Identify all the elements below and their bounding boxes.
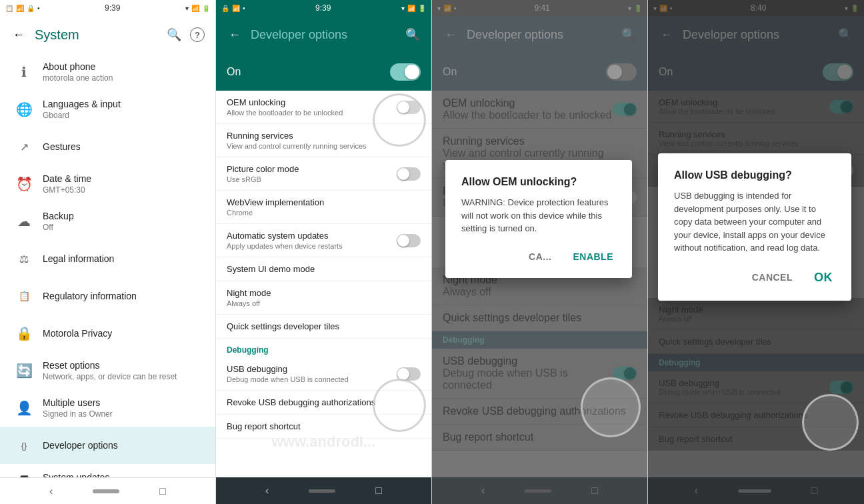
settings-list: ℹ About phone motorola one action 🌐 Lang… [0, 53, 215, 477]
recent-nav-left[interactable]: □ [159, 485, 166, 497]
oem-dialog-title: Allow OEM unlocking? [445, 176, 632, 196]
oem-title-mid: OEM unlocking [227, 97, 343, 107]
search-button-left[interactable]: 🔍 [166, 27, 182, 43]
settings-item-reset[interactable]: 🔄 Reset options Network, apps, or device… [0, 352, 215, 389]
auto-toggle-mid[interactable] [397, 234, 421, 247]
regulatory-title: Regulatory information [43, 291, 205, 301]
legal-icon: ⚖ [11, 253, 37, 265]
dev-item-usb-mid[interactable]: USB debugging Debug mode when USB is con… [216, 357, 431, 391]
nav-bar-left: ‹ □ [0, 477, 215, 504]
usb-dialog-actions: Cancel OK [658, 265, 851, 295]
debugging-label-mid: Debugging [216, 339, 431, 357]
language-icon: 🌐 [11, 101, 37, 117]
settings-item-developer[interactable]: {} Developer options [0, 427, 215, 464]
dev-item-uidemo-mid[interactable]: System UI demo mode [216, 257, 431, 281]
recent-nav-mid[interactable]: □ [375, 485, 382, 497]
dev-item-webview-mid[interactable]: WebView implementation Chrome [216, 191, 431, 224]
back-nav-mid[interactable]: ‹ [265, 485, 269, 497]
back-button-left[interactable]: ← [11, 27, 27, 43]
left-status-icons: 📋 📶 🔒 • [5, 5, 40, 12]
night-title-mid: Night mode [227, 288, 421, 298]
oem-dialog: Allow OEM unlocking? WARNING: Device pro… [445, 160, 632, 278]
color-toggle-mid[interactable] [397, 167, 421, 181]
users-subtitle: Signed in as Owner [43, 409, 205, 419]
running-title-mid: Running services [227, 131, 421, 141]
help-button-left[interactable]: ? [190, 27, 205, 42]
oem-dialog-actions: Ca... Enable [445, 246, 632, 273]
dev-item-oem-mid[interactable]: OEM unlocking Allow the bootloader to be… [216, 91, 431, 124]
bugreport-title-mid: Bug report shortcut [227, 421, 421, 431]
oem-toggle-mid[interactable] [397, 101, 421, 114]
signal-icon-mid: 📶 [407, 5, 415, 12]
privacy-title: Motorola Privacy [43, 328, 205, 339]
dev-item-color-mid[interactable]: Picture color mode Use sRGB [216, 157, 431, 191]
mid-right-status: ▾ 📶 🔋 [401, 5, 426, 12]
dev-item-running-mid[interactable]: Running services View and control curren… [216, 124, 431, 157]
settings-item-language[interactable]: 🌐 Languages & input Gboard [0, 91, 215, 128]
settings-item-updates[interactable]: 📱 System updates Updated to Android 9 [0, 464, 215, 477]
settings-item-datetime[interactable]: ⏰ Date & time GMT+05:30 [0, 165, 215, 203]
legal-title: Legal information [43, 253, 205, 264]
backup-subtitle: Off [43, 223, 205, 232]
signal-icon: 📶 [191, 5, 199, 12]
settings-item-backup[interactable]: ☁ Backup Off [0, 203, 215, 240]
regulatory-icon: 📋 [11, 291, 37, 301]
dev-item-auto-mid[interactable]: Automatic system updates Apply updates w… [216, 224, 431, 257]
developer-title: Developer options [43, 440, 205, 451]
dev-on-label-mid: On [227, 66, 241, 78]
oem-enable-button[interactable]: Enable [565, 246, 621, 267]
oem-dialog-body: WARNING: Device protection features will… [445, 196, 632, 246]
about-icon: ℹ [11, 64, 37, 80]
oem-cancel-button[interactable]: Ca... [521, 246, 559, 267]
lock-icon: 🔒 [27, 5, 35, 12]
users-title: Multiple users [43, 397, 205, 408]
status-bar-mid: 🔒 📶 • 9:39 ▾ 📶 🔋 [216, 0, 431, 16]
backup-title: Backup [43, 211, 205, 221]
status-bar-left: 📋 📶 🔒 • 9:39 ▾ 📶 🔋 [0, 0, 215, 16]
system-title: System [35, 27, 158, 43]
usb-subtitle-mid: Debug mode when USB is connected [227, 375, 349, 383]
right-status-icons-left: ▾ 📶 🔋 [185, 5, 210, 12]
battery-icon: 🔋 [202, 5, 210, 12]
oem-subtitle-mid: Allow the bootloader to be unlocked [227, 109, 343, 117]
dev-item-quicksettings-mid[interactable]: Quick settings developer tiles [216, 315, 431, 339]
usb-ok-button[interactable]: OK [806, 265, 841, 290]
usb-title-mid: USB debugging [227, 364, 349, 374]
notification-icon: 📋 [5, 5, 13, 12]
dev-item-bugreport-mid[interactable]: Bug report shortcut [216, 415, 431, 439]
sim-icon: 📶 [16, 5, 24, 12]
usb-dialog: Allow USB debugging? USB debugging is in… [658, 153, 851, 301]
usb-toggle-mid[interactable] [397, 367, 421, 381]
gestures-icon: ↗ [11, 141, 37, 153]
dot-icon-mid: • [243, 5, 245, 12]
settings-item-regulatory[interactable]: 📋 Regulatory information [0, 277, 215, 315]
mid-left-status: 🔒 📶 • [221, 5, 245, 12]
battery-icon-mid: 🔋 [418, 5, 426, 12]
dev-on-toggle-mid[interactable] [390, 63, 421, 81]
settings-item-legal[interactable]: ⚖ Legal information [0, 240, 215, 277]
right-panels-container: ▾ 📶 • 9:41 ▾ 🔋 ← Developer options 🔍 On [432, 0, 864, 504]
settings-item-users[interactable]: 👤 Multiple users Signed in as Owner [0, 389, 215, 427]
users-icon: 👤 [11, 400, 37, 416]
dev-item-revoke-mid[interactable]: Revoke USB debugging authorizations [216, 391, 431, 415]
back-nav-left[interactable]: ‹ [49, 485, 53, 497]
settings-item-gestures[interactable]: ↗ Gestures [0, 128, 215, 165]
settings-item-privacy[interactable]: 🔒 Motorola Privacy [0, 315, 215, 352]
dev-item-night-mid[interactable]: Night mode Always off [216, 281, 431, 315]
search-button-mid[interactable]: 🔍 [405, 27, 421, 43]
usb-cancel-button[interactable]: Cancel [744, 265, 801, 290]
backup-icon: ☁ [11, 213, 37, 229]
home-pill-mid [309, 489, 335, 493]
about-title: About phone [43, 61, 205, 72]
dev-app-bar-mid: ← Developer options 🔍 [216, 16, 431, 53]
auto-subtitle-mid: Apply updates when device restarts [227, 242, 343, 250]
nav-bar-mid: ‹ □ [216, 477, 431, 504]
wifi-icon: ▾ [185, 5, 189, 12]
datetime-subtitle: GMT+05:30 [43, 185, 205, 195]
back-button-mid[interactable]: ← [227, 27, 243, 43]
settings-item-about[interactable]: ℹ About phone motorola one action [0, 53, 215, 91]
auto-title-mid: Automatic system updates [227, 231, 343, 241]
time-left: 9:39 [105, 3, 120, 13]
language-subtitle: Gboard [43, 111, 205, 120]
developer-options-panel-mid: 🔒 📶 • 9:39 ▾ 📶 🔋 ← Developer options 🔍 O… [216, 0, 432, 504]
